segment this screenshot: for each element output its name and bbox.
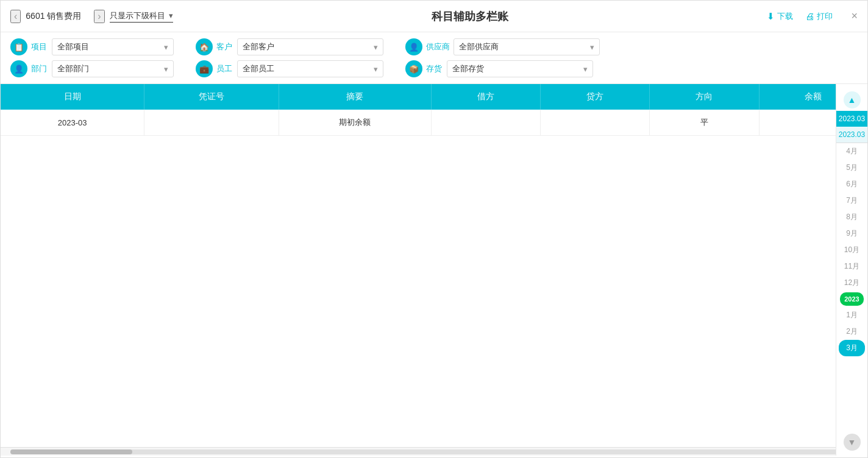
project-icon: 📋 (10, 38, 27, 55)
cell-summary: 期初余额 (279, 110, 431, 136)
customer-label: 客户 (216, 41, 233, 52)
department-label: 部门 (31, 63, 48, 74)
filter-department: 👤 部门 全部部门 ▾ (10, 60, 174, 77)
project-value: 全部项目 (57, 41, 89, 52)
timeline-month-6[interactable]: 6月 (836, 176, 867, 192)
timeline-month-5[interactable]: 5月 (836, 160, 867, 176)
employee-arrow-icon: ▾ (374, 65, 378, 74)
show-sub-button[interactable]: 只显示下级科目 ▾ (110, 10, 173, 23)
timeline-month-12[interactable]: 12月 (836, 275, 867, 291)
col-summary: 摘要 (279, 84, 431, 110)
filter-employee: 💼 员工 全部员工 ▾ (196, 60, 383, 77)
timeline-month-2[interactable]: 2月 (836, 323, 867, 340)
department-value: 全部部门 (57, 63, 89, 74)
col-credit: 贷方 (540, 84, 649, 110)
download-icon: ⬇ (767, 11, 775, 22)
col-direction: 方向 (650, 84, 759, 110)
department-select[interactable]: 全部部门 ▾ (52, 60, 174, 77)
filter-row-2: 👤 部门 全部部门 ▾ 💼 员工 全部员工 ▾ 📦 存货 全部存货 (10, 60, 858, 77)
cell-credit (540, 110, 649, 136)
cell-debit (431, 110, 540, 136)
timeline-down-button[interactable]: ▼ (844, 434, 861, 451)
timeline-month-3-active[interactable]: 3月 (839, 340, 865, 356)
customer-select[interactable]: 全部客户 ▾ (237, 38, 383, 55)
inventory-arrow-icon: ▾ (583, 65, 588, 74)
main-window: ‹ 6601 销售费用 › 只显示下级科目 ▾ 科目辅助多栏账 ⬇ 下载 🖨 打… (0, 0, 868, 458)
timeline-year-2023[interactable]: 2023 (840, 292, 864, 306)
timeline-panel: ▲ 2023.03 2023.03 4月 5月 6月 7月 8月 9月 10月 … (836, 84, 867, 456)
print-button[interactable]: 🖨 打印 (805, 11, 833, 22)
project-arrow-icon: ▾ (164, 43, 168, 52)
inventory-value: 全部存货 (452, 63, 484, 74)
project-label: 项目 (31, 41, 48, 52)
print-icon: 🖨 (805, 11, 814, 21)
close-button[interactable]: × (851, 10, 858, 23)
timeline-up-button[interactable]: ▲ (844, 91, 861, 108)
timeline-month-8[interactable]: 8月 (836, 209, 867, 225)
filter-area: 📋 项目 全部项目 ▾ 🏠 客户 全部客户 ▾ 👤 供应商 全部供应 (1, 32, 867, 84)
inventory-select[interactable]: 全部存货 ▾ (447, 60, 593, 77)
nav-next-button[interactable]: › (94, 10, 104, 23)
filter-inventory: 📦 存货 全部存货 ▾ (405, 60, 593, 77)
department-arrow-icon: ▾ (164, 65, 168, 74)
cell-voucher (144, 110, 279, 136)
customer-icon: 🏠 (196, 38, 213, 55)
employee-icon: 💼 (196, 60, 213, 77)
top-bar: ‹ 6601 销售费用 › 只显示下级科目 ▾ 科目辅助多栏账 ⬇ 下载 🖨 打… (1, 1, 867, 32)
download-label: 下载 (777, 11, 793, 22)
content-area: 日期 凭证号 摘要 借方 贷方 方向 余额 2023-03 期初余额 (1, 84, 867, 456)
supplier-label: 供应商 (426, 41, 450, 52)
customer-value: 全部客户 (243, 41, 274, 52)
filter-row-1: 📋 项目 全部项目 ▾ 🏠 客户 全部客户 ▾ 👤 供应商 全部供应 (10, 38, 858, 55)
show-sub-label: 只显示下级科目 (110, 10, 165, 21)
data-table: 日期 凭证号 摘要 借方 贷方 方向 余额 2023-03 期初余额 (1, 84, 867, 136)
filter-customer: 🏠 客户 全部客户 ▾ (196, 38, 383, 55)
supplier-arrow-icon: ▾ (590, 43, 594, 52)
table-row: 2023-03 期初余额 平 (1, 110, 867, 136)
department-icon: 👤 (10, 60, 27, 77)
timeline-month-4[interactable]: 4月 (836, 143, 867, 160)
project-select[interactable]: 全部项目 ▾ (52, 38, 174, 55)
supplier-value: 全部供应商 (459, 41, 499, 52)
scroll-thumb[interactable] (10, 449, 132, 454)
cell-date: 2023-03 (1, 110, 144, 136)
print-label: 打印 (817, 11, 833, 22)
inventory-icon: 📦 (405, 60, 422, 77)
account-code: 6601 销售费用 (21, 11, 94, 22)
horizontal-scrollbar[interactable] (1, 447, 867, 456)
table-area: 日期 凭证号 摘要 借方 贷方 方向 余额 2023-03 期初余额 (1, 84, 867, 456)
supplier-icon: 👤 (405, 38, 422, 55)
customer-arrow-icon: ▾ (374, 43, 378, 52)
inventory-label: 存货 (426, 63, 443, 74)
employee-label: 员工 (216, 63, 233, 74)
col-voucher: 凭证号 (144, 84, 279, 110)
employee-value: 全部员工 (243, 63, 274, 74)
cell-direction: 平 (650, 110, 759, 136)
page-title: 科目辅助多栏账 (173, 9, 767, 24)
timeline-month-11[interactable]: 11月 (836, 258, 867, 275)
timeline-header-2[interactable]: 2023.03 (836, 127, 867, 143)
employee-select[interactable]: 全部员工 ▾ (237, 60, 383, 77)
timeline-month-1[interactable]: 1月 (836, 307, 867, 323)
timeline-header-1[interactable]: 2023.03 (836, 111, 867, 127)
col-date: 日期 (1, 84, 144, 110)
chevron-down-icon: ▾ (169, 11, 173, 20)
supplier-select[interactable]: 全部供应商 ▾ (454, 38, 600, 55)
filter-project: 📋 项目 全部项目 ▾ (10, 38, 174, 55)
table-header-row: 日期 凭证号 摘要 借方 贷方 方向 余额 (1, 84, 867, 110)
timeline-month-9[interactable]: 9月 (836, 225, 867, 242)
filter-supplier: 👤 供应商 全部供应商 ▾ (405, 38, 600, 55)
nav-prev-button[interactable]: ‹ (10, 10, 21, 23)
timeline-month-7[interactable]: 7月 (836, 192, 867, 209)
download-button[interactable]: ⬇ 下载 (767, 11, 793, 22)
timeline-month-10[interactable]: 10月 (836, 242, 867, 258)
top-actions: ⬇ 下载 🖨 打印 × (767, 10, 858, 23)
col-debit: 借方 (431, 84, 540, 110)
